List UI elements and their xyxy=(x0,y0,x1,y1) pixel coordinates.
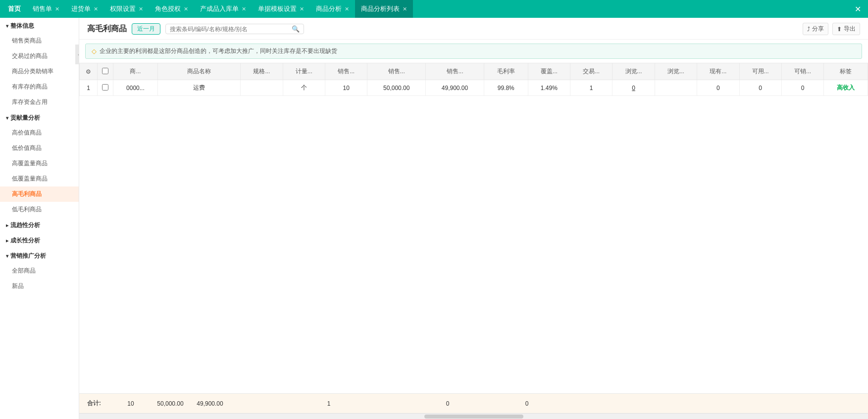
th-unit[interactable]: 计量... xyxy=(283,63,325,80)
td-trade: 1 xyxy=(570,80,613,96)
td-view1[interactable]: 0 xyxy=(613,80,655,96)
td-sales-profit: 49,900.00 xyxy=(426,80,484,96)
td-sales-qty: 10 xyxy=(325,80,367,96)
select-all-checkbox[interactable] xyxy=(102,68,108,74)
th-sales-amount[interactable]: 销售... xyxy=(367,63,426,80)
arrow-icon: ▸ xyxy=(6,223,8,228)
th-spec[interactable]: 规格... xyxy=(241,63,283,80)
td-sales-amount: 50,000.00 xyxy=(367,80,426,96)
close-icon[interactable]: ✕ xyxy=(55,6,59,12)
footer-sales-qty: 10 xyxy=(111,400,151,407)
content-area: 高毛利商品 近一月 🔍 ⤴ 分享 ⬆ 导出 ◇ 企业的主要的利润都是这部分商品创… xyxy=(79,18,868,419)
sidebar-item-capital[interactable]: 库存资金占用 xyxy=(0,94,79,110)
sidebar-item-category-rate[interactable]: 商品分类助销率 xyxy=(0,64,79,79)
td-checkbox[interactable] xyxy=(98,80,113,96)
th-view2[interactable]: 浏览... xyxy=(655,63,697,80)
th-settings[interactable]: ⚙ xyxy=(80,63,98,80)
th-saleable[interactable]: 可销... xyxy=(781,63,823,80)
th-current-stock[interactable]: 现有... xyxy=(697,63,739,80)
search-box: 🔍 xyxy=(165,24,304,34)
nav-tab-permission[interactable]: 权限设置 ✕ xyxy=(104,0,149,18)
sidebar-section-overall[interactable]: ▾ 整体信息 xyxy=(0,18,79,33)
share-button[interactable]: ⤴ 分享 xyxy=(803,23,828,35)
export-button[interactable]: ⬆ 导出 xyxy=(832,23,860,35)
footer-current-stock: 0 xyxy=(428,400,467,407)
td-coverage: 1.49% xyxy=(528,80,570,96)
td-available: 0 xyxy=(739,80,781,96)
sidebar-item-traded-goods[interactable]: 交易过的商品 xyxy=(0,48,79,64)
nav-tab-role[interactable]: 角色授权 ✕ xyxy=(149,0,194,18)
sidebar-item-high-coverage[interactable]: 高覆盖量商品 xyxy=(0,156,79,171)
sidebar-item-low-coverage[interactable]: 低覆盖量商品 xyxy=(0,171,79,186)
nav-tab-analysis-list[interactable]: 商品分析列表 ✕ xyxy=(355,0,413,18)
sidebar-item-in-stock[interactable]: 有库存的商品 xyxy=(0,79,79,94)
main-layout: « ▾ 整体信息 销售类商品 交易过的商品 商品分类助销率 有库存的商品 库存资… xyxy=(0,18,868,419)
sidebar-item-high-value[interactable]: 高价值商品 xyxy=(0,125,79,140)
nav-tab-purchase[interactable]: 进货单 ✕ xyxy=(65,0,104,18)
th-trade[interactable]: 交易... xyxy=(570,63,613,80)
scroll-thumb[interactable] xyxy=(424,415,523,419)
sidebar-section-contribution[interactable]: ▾ 贡献量分析 xyxy=(0,110,79,125)
close-icon[interactable]: ✕ xyxy=(403,6,407,12)
top-nav: 首页 销售单 ✕ 进货单 ✕ 权限设置 ✕ 角色授权 ✕ 产成品入库单 ✕ 单据… xyxy=(0,0,868,18)
nav-tab-stock[interactable]: 产成品入库单 ✕ xyxy=(194,0,252,18)
sidebar-section-flow[interactable]: ▸ 流趋性分析 xyxy=(0,217,79,233)
nav-tab-home[interactable]: 首页 xyxy=(2,0,27,18)
td-spec xyxy=(241,80,283,96)
th-coverage[interactable]: 覆盖... xyxy=(528,63,570,80)
share-icon: ⤴ xyxy=(807,26,810,33)
tip-icon: ◇ xyxy=(92,47,97,55)
th-sales-qty[interactable]: 销售... xyxy=(325,63,367,80)
th-name[interactable]: 商品名称 xyxy=(157,63,240,80)
sidebar: « ▾ 整体信息 销售类商品 交易过的商品 商品分类助销率 有库存的商品 库存资… xyxy=(0,18,79,419)
td-saleable: 0 xyxy=(781,80,823,96)
data-table: ⚙ 商... 商品名称 规格... 计量... 销售... 销售... 销售..… xyxy=(79,63,868,96)
sidebar-section-growth[interactable]: ▸ 成长性分析 xyxy=(0,233,79,248)
footer-empty2 xyxy=(269,400,309,407)
arrow-icon: ▾ xyxy=(6,253,8,259)
sidebar-item-high-margin[interactable]: 高毛利商品 xyxy=(0,186,79,202)
period-button[interactable]: 近一月 xyxy=(132,23,160,35)
td-current-stock: 0 xyxy=(697,80,739,96)
search-icon[interactable]: 🔍 xyxy=(292,25,300,33)
sidebar-item-low-margin[interactable]: 低毛利商品 xyxy=(0,202,79,217)
close-icon[interactable]: ✕ xyxy=(184,6,188,12)
arrow-icon: ▸ xyxy=(6,238,8,243)
sidebar-item-low-value[interactable]: 低价值商品 xyxy=(0,140,79,156)
nav-tab-analysis[interactable]: 商品分析 ✕ xyxy=(310,0,355,18)
sidebar-item-all-goods[interactable]: 全部商品 xyxy=(0,263,79,279)
close-icon[interactable]: ✕ xyxy=(242,6,246,12)
close-icon[interactable]: ✕ xyxy=(345,6,349,12)
arrow-icon: ▾ xyxy=(6,23,8,29)
close-icon[interactable]: ✕ xyxy=(139,6,143,12)
td-index: 1 xyxy=(80,80,98,96)
th-view1[interactable]: 浏览... xyxy=(613,63,655,80)
th-gross-margin[interactable]: 毛利率 xyxy=(484,63,528,80)
th-tag[interactable]: 标签 xyxy=(824,63,868,80)
td-name: 运费 xyxy=(157,80,240,96)
table-header-row: ⚙ 商... 商品名称 规格... 计量... 销售... 销售... 销售..… xyxy=(80,63,868,80)
export-icon: ⬆ xyxy=(837,26,842,33)
td-unit: 个 xyxy=(283,80,325,96)
footer-empty3 xyxy=(349,400,388,407)
search-input[interactable] xyxy=(170,26,292,33)
td-view2 xyxy=(655,80,697,96)
bottom-scrollbar[interactable] xyxy=(79,413,868,419)
nav-tab-sales[interactable]: 销售单 ✕ xyxy=(27,0,65,18)
th-sales-profit[interactable]: 销售... xyxy=(426,63,484,80)
th-code[interactable]: 商... xyxy=(113,63,158,80)
footer-sales-profit: 49,900.00 xyxy=(190,400,230,407)
close-icon[interactable]: ✕ xyxy=(300,6,304,12)
sidebar-section-marketing[interactable]: ▾ 营销推广分析 xyxy=(0,248,79,263)
close-icon[interactable]: ✕ xyxy=(94,6,98,12)
sidebar-item-sales-goods[interactable]: 销售类商品 xyxy=(0,33,79,48)
sidebar-toggle[interactable]: « xyxy=(75,45,79,64)
sidebar-item-new-goods[interactable]: 新品 xyxy=(0,279,79,294)
close-all-button[interactable]: ✕ xyxy=(850,4,866,14)
td-gross-margin: 99.8% xyxy=(484,80,528,96)
nav-tab-template[interactable]: 单据模板设置 ✕ xyxy=(252,0,310,18)
th-available[interactable]: 可用... xyxy=(739,63,781,80)
row-checkbox[interactable] xyxy=(102,84,108,91)
td-tag: 高收入 xyxy=(824,80,868,96)
th-checkbox[interactable] xyxy=(98,63,113,80)
